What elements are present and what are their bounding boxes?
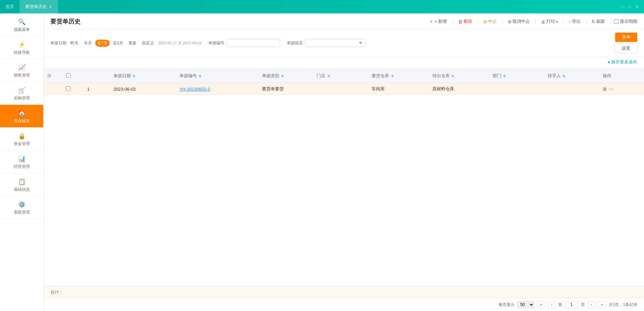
top-bar: 首页 要货单历史 ✕ — □ ✕ [0,0,644,13]
date-btn-more[interactable]: 更多 [126,40,139,47]
operations-icon: 📊 [18,155,25,163]
tab-close-icon[interactable]: ✕ [49,5,52,9]
sidebar-purchase-label: 采购管理 [14,95,30,101]
print-button[interactable]: 🖨 打印 ▾ [539,17,560,26]
print-chevron-icon: ▾ [556,20,558,24]
sales-icon: 📈 [18,64,25,71]
export-button[interactable]: ↑ 导出 [567,17,583,26]
th-setting[interactable]: ⚙ [44,69,63,83]
pagination-next-btn[interactable]: › [588,301,595,308]
sidebar-item-search[interactable]: 🔍 搜索菜单 [0,13,43,36]
sidebar-item-purchase[interactable]: 🛒 采购管理 [0,82,43,105]
date-range-text: 2023-05-27 至 2023-06-02 [158,41,202,46]
divider2 [478,19,478,24]
th-dept-label: 部门 [493,73,501,78]
th-type-label: 单据类型 [262,73,279,78]
sidebar-item-system[interactable]: ⚙️ 系统管理 [0,196,43,219]
status-select[interactable] [305,39,365,47]
display-detail-checkbox[interactable] [614,19,619,24]
divider3 [502,19,502,24]
select-all-checkbox[interactable] [66,73,70,78]
date-shortcut-buttons: 昨天 今天 近7天 近1月 更多 自定义 [68,40,156,47]
docno-label: 单据编号 [208,40,224,46]
td-dept [490,83,545,95]
th-type[interactable]: 单据类型 ⇅ [259,69,314,83]
table-container: ⚙ 单据日期 ⇅ 单据编号 ⇅ [44,69,644,286]
td-no: 1 [83,83,111,95]
sidebar: 🔍 搜索菜单 ⚡ 快捷导航 📈 销售管理 🛒 采购管理 🏠 库存核算 🔒 资金管… [0,13,44,311]
cancel-stop-icon: ⊘ [508,19,512,24]
finance-icon: 🔒 [18,132,25,140]
divider4 [535,19,536,24]
sidebar-item-finance[interactable]: 🔒 资金管理 [0,128,43,150]
th-warehouse[interactable]: 要货仓库 ⇅ [369,69,429,83]
page-title-row: 要货单历史 ＋ + 新增 🗑 删除 ⊘ 中止 [50,17,637,26]
sort-date-icon: ⇅ [132,74,135,78]
pagination-total: 共1页，1条记录 [609,302,637,308]
table-body: 1 2023-06-02 YH-20230602-0 要货单要货 [44,83,644,95]
refresh-button[interactable]: ↻ 刷新 [590,17,607,26]
th-dept[interactable]: 部门 ⇅ [490,69,545,83]
tab-home[interactable]: 首页 [0,0,20,13]
th-date[interactable]: 单据日期 ⇅ [111,69,177,83]
th-warehouse-label: 要货仓库 [372,73,389,78]
row-checkbox[interactable] [66,86,70,91]
date-btn-1month[interactable]: 近1月 [111,40,125,47]
date-btn-7days[interactable]: 近7天 [95,40,110,47]
sidebar-item-basicinfo[interactable]: 📋 基础信息 [0,173,43,196]
pagination-prev-btn[interactable]: ‹ [548,301,555,308]
th-pending-label: 待出仓库 [432,73,450,78]
th-num-label: 单据编号 [179,73,197,78]
per-page-label: 每页显示 [498,302,515,308]
sidebar-quicknav-label: 快捷导航 [14,50,30,55]
date-filter-label: 单据日期 [50,40,66,46]
page-label: 第 [558,302,562,308]
sidebar-operations-label: 经营管理 [14,164,30,170]
row-more-icon[interactable]: ⋯ [609,86,613,92]
row-no: 1 [87,87,90,92]
query-button[interactable]: 查询 [615,33,637,42]
th-checkbox[interactable] [63,69,83,83]
column-settings-icon[interactable]: ⚙ [46,72,52,80]
docno-input[interactable] [226,39,280,47]
pagination-first-btn[interactable]: « [537,301,545,308]
date-btn-yesterday[interactable]: 昨天 [68,40,80,47]
new-button[interactable]: ＋ + 新增 [427,17,449,26]
td-checkbox[interactable] [63,83,83,95]
sidebar-item-inventory[interactable]: 🏠 库存核算 [0,105,43,128]
row-view-icon[interactable]: ⊞ [603,86,607,92]
display-detail-toggle[interactable]: 显示明细 [614,18,637,25]
search-icon: 🔍 [18,18,25,26]
expand-more-button[interactable]: ▾ 展开更多条件 [608,59,637,65]
cancel-stop-button[interactable]: ⊘ 取消中止 [506,17,532,26]
expand-label: 展开更多条件 [611,59,637,65]
th-num[interactable]: 单据编号 ⇅ [177,69,259,83]
date-btn-today[interactable]: 今天 [82,40,94,47]
sidebar-system-label: 系统管理 [14,210,30,215]
window-minimize-icon[interactable]: — [621,4,625,9]
per-page-select[interactable]: 50 20 100 200 [517,301,534,308]
pagination-last-btn[interactable]: » [598,301,606,308]
sidebar-item-operations[interactable]: 📊 经营管理 [0,150,43,173]
th-pending[interactable]: 待出仓库 ⇅ [430,69,490,83]
td-num[interactable]: YH-20230602-0 [177,83,259,95]
th-operator[interactable]: 经手人 ⇅ [545,69,600,83]
window-maximize-icon[interactable]: □ [629,4,631,9]
tab-requisition-history[interactable]: 要货单历史 ✕ [20,0,58,13]
th-date-label: 单据日期 [113,73,131,78]
page-input[interactable] [565,301,578,308]
settings-button[interactable]: 设置 [614,43,637,53]
sidebar-search-label: 搜索菜单 [14,27,30,33]
stop-button[interactable]: ⊘ 中止 [481,17,499,26]
window-close-icon[interactable]: ✕ [635,4,639,9]
th-store[interactable]: 门店 ⇅ [314,69,369,83]
table-row[interactable]: 1 2023-06-02 YH-20230602-0 要货单要货 [44,83,644,95]
refresh-label: 刷新 [596,18,605,25]
delete-button[interactable]: 🗑 删除 [456,17,474,26]
sidebar-item-quicknav[interactable]: ⚡ 快捷导航 [0,36,43,59]
table-summary: 合计： [44,286,644,298]
row-date: 2023-06-02 [113,87,136,92]
sidebar-item-sales[interactable]: 📈 销售管理 [0,59,43,82]
row-docnum-link[interactable]: YH-20230602-0 [179,87,210,92]
date-btn-custom[interactable]: 自定义 [140,40,156,47]
